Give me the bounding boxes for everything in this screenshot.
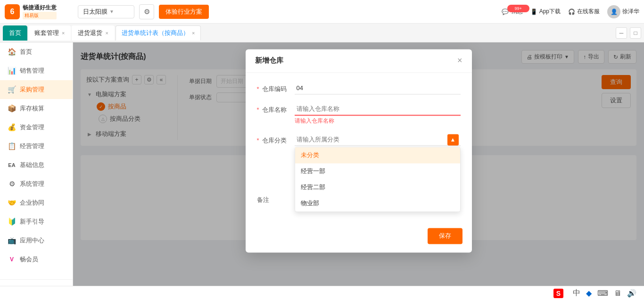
- name-input[interactable]: [295, 103, 461, 116]
- tab-accounts-close-icon[interactable]: ×: [62, 30, 65, 36]
- sidebar-item-system[interactable]: ⚙ 系统管理: [0, 175, 73, 193]
- operations-icon: 📋: [8, 142, 16, 150]
- app-center-icon: 📺: [8, 236, 16, 245]
- sidebar-item-home-label: 首页: [20, 48, 32, 56]
- sidebar-item-guide-label: 新手引导: [20, 217, 44, 226]
- sidebar-item-basic-info-label: 基础信息: [20, 161, 44, 169]
- logo-area: 6 畅捷通好生意 精易版: [5, 4, 78, 19]
- system-icon: ⚙: [8, 180, 16, 188]
- logo-badge: 精易版: [23, 12, 57, 19]
- chinese-input-icon[interactable]: 中: [573, 288, 580, 298]
- tab-accounts[interactable]: 账套管理 ×: [28, 25, 71, 41]
- category-label: * 仓库分类: [257, 133, 295, 145]
- tab-bar: 首页 账套管理 × 进货退货 × 进货单统计表（按商品） × ─ □: [0, 24, 644, 42]
- online-service-label: 在线客服: [577, 8, 600, 16]
- sidebar-item-guide[interactable]: 🔰 新手引导: [0, 212, 73, 231]
- category-input[interactable]: [295, 133, 461, 146]
- tab-minimize-button[interactable]: ─: [616, 27, 627, 39]
- code-field: [295, 82, 461, 94]
- purchase-icon: 🛒: [8, 85, 16, 94]
- form-row-name: * 仓库名称 请输入仓库名称: [257, 103, 461, 125]
- tab-purchase-return-label: 进货退货: [78, 29, 102, 37]
- trial-button[interactable]: 体验行业方案: [159, 5, 209, 19]
- main-layout: 🏠 首页 📊 销售管理 🛒 采购管理 📦 库存核算 💰 资金管理 📋 经营管理 …: [0, 42, 644, 300]
- app-download-label: App下载: [539, 8, 561, 16]
- category-dropdown: 未分类 经营一部 经营二部 物业部: [295, 147, 461, 212]
- modal-body: * 仓库编码 * 仓库名称 请输入仓库名称: [246, 73, 472, 223]
- status-bar: S 中 ◆ ⌨ 🖥 🔊: [0, 286, 644, 300]
- required-star-category: *: [257, 137, 259, 144]
- required-star: *: [257, 85, 259, 92]
- sidebar-item-finance[interactable]: 💰 资金管理: [0, 118, 73, 137]
- member-icon: V: [8, 255, 16, 264]
- user-avatar: 👤: [607, 5, 620, 18]
- message-button[interactable]: 💬 99+ 消息: [502, 8, 523, 16]
- tab-purchase-stats-close-icon[interactable]: ×: [192, 30, 195, 36]
- sidebar-item-inventory[interactable]: 📦 库存核算: [0, 99, 73, 118]
- keyboard-icon[interactable]: ⌨: [597, 289, 608, 298]
- tab-maximize-button[interactable]: □: [630, 27, 641, 39]
- category-dropdown-button[interactable]: ▲: [447, 134, 459, 145]
- sidebar: 🏠 首页 📊 销售管理 🛒 采购管理 📦 库存核算 💰 资金管理 📋 经营管理 …: [0, 42, 73, 300]
- tab-purchase-return-close-icon[interactable]: ×: [105, 30, 108, 36]
- dropdown-item-uncategorized[interactable]: 未分类: [295, 147, 460, 163]
- form-row-code: * 仓库编码: [257, 82, 461, 94]
- user-menu[interactable]: 👤 徐泽华: [607, 5, 639, 18]
- dropdown-item-dept3[interactable]: 物业部: [295, 195, 460, 211]
- sidebar-item-inventory-label: 库存核算: [20, 104, 44, 113]
- sidebar-item-sales-label: 销售管理: [20, 67, 44, 75]
- top-header: 6 畅捷通好生意 精易版 日太阳膜 ▼ ⚙ 体验行业方案 💬 99+ 消息 📱 …: [0, 0, 644, 24]
- home-icon: 🏠: [8, 48, 16, 56]
- name-label: * 仓库名称: [257, 103, 295, 114]
- category-field: ▲ 未分类 经营一部 经营二部 物业部: [295, 133, 461, 146]
- sidebar-item-purchase-label: 采购管理: [20, 85, 44, 94]
- sidebar-item-basic-info[interactable]: EA 基础信息: [0, 156, 73, 175]
- save-button[interactable]: 保存: [428, 228, 462, 244]
- dropdown-item-dept2[interactable]: 经营二部: [295, 179, 460, 195]
- tab-purchase-return[interactable]: 进货退货 ×: [72, 25, 114, 41]
- sidebar-item-finance-label: 资金管理: [20, 123, 44, 132]
- modal-title: 新增仓库: [255, 56, 283, 65]
- sidebar-item-home[interactable]: 🏠 首页: [0, 42, 73, 61]
- app-download-button[interactable]: 📱 App下载: [530, 8, 561, 16]
- tab-purchase-stats[interactable]: 进货单统计表（按商品） ×: [116, 25, 201, 41]
- message-badge: 99+: [507, 5, 529, 12]
- sidebar-item-member[interactable]: V 畅会员: [0, 250, 73, 269]
- modal-close-button[interactable]: ×: [457, 56, 462, 66]
- sidebar-item-system-label: 系统管理: [20, 180, 44, 188]
- sidebar-item-operations[interactable]: 📋 经营管理: [0, 137, 73, 156]
- name-error-msg: 请输入仓库名称: [295, 117, 461, 125]
- header-center: 日太阳膜 ▼ ⚙ 体验行业方案: [78, 4, 502, 19]
- add-warehouse-modal: 新增仓库 × * 仓库编码 *: [246, 49, 472, 252]
- tab-accounts-label: 账套管理: [34, 29, 59, 37]
- dropdown-item-dept1[interactable]: 经营一部: [295, 163, 460, 179]
- sidebar-item-enterprise[interactable]: 🤝 企业协同: [0, 193, 73, 212]
- required-star-name: *: [257, 106, 259, 113]
- sidebar-item-app-center[interactable]: 📺 应用中心: [0, 231, 73, 250]
- remark-label: 备注: [257, 193, 295, 204]
- dot-icon: ◆: [586, 289, 592, 298]
- page-content: 进货单统计(按商品) 🖨 按模板打印 ▼ ↑ 导出 ↻ 刷新: [73, 42, 644, 300]
- tab-home[interactable]: 首页: [3, 25, 27, 41]
- online-service-button[interactable]: 🎧 在线客服: [568, 8, 600, 16]
- settings-gear-button[interactable]: ⚙: [139, 4, 154, 19]
- sidebar-item-operations-label: 经营管理: [20, 142, 44, 150]
- logo-text: 畅捷通好生意: [23, 4, 57, 12]
- header-right: 💬 99+ 消息 📱 App下载 🎧 在线客服 👤 徐泽华: [502, 5, 639, 18]
- mobile-icon: 📱: [530, 8, 537, 15]
- user-name: 徐泽华: [622, 8, 639, 16]
- code-input[interactable]: [295, 82, 461, 94]
- enterprise-icon: 🤝: [8, 199, 16, 207]
- code-label: * 仓库编码: [257, 82, 295, 93]
- store-selector-arrow-icon: ▼: [109, 9, 114, 14]
- sidebar-item-sales[interactable]: 📊 销售管理: [0, 61, 73, 80]
- store-selector[interactable]: 日太阳膜 ▼: [78, 5, 134, 18]
- basic-info-icon: EA: [8, 161, 16, 169]
- modal-footer: 保存: [246, 223, 472, 252]
- gear-icon: ⚙: [144, 8, 150, 16]
- sidebar-item-purchase[interactable]: 🛒 采购管理: [0, 80, 73, 99]
- sales-icon: 📊: [8, 67, 16, 75]
- tab-purchase-stats-label: 进货单统计表（按商品）: [122, 29, 189, 37]
- name-field: 请输入仓库名称: [295, 103, 461, 125]
- volume-icon[interactable]: 🔊: [627, 289, 636, 298]
